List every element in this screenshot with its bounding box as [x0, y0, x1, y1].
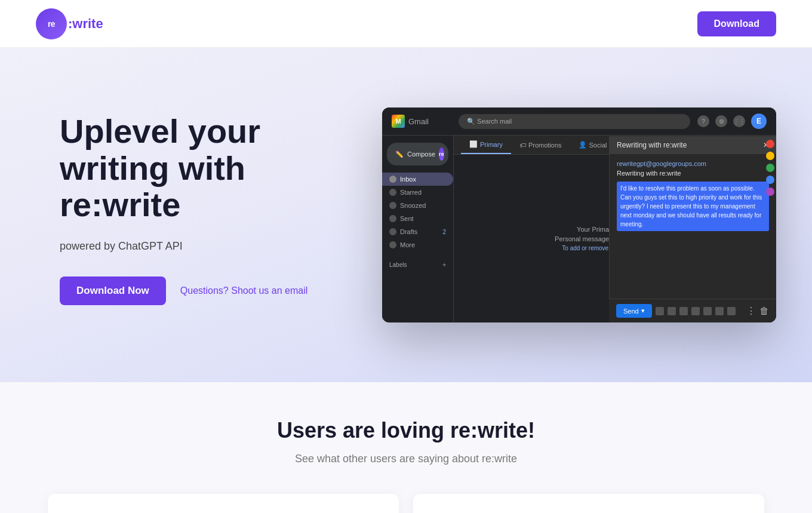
download-now-button[interactable]: Download Now [60, 277, 166, 305]
more-icon: ⋮ [746, 305, 756, 317]
gmail-grid-icon: ⋮⋮ [733, 115, 745, 127]
social-proof-section: Users are loving re:write! See what othe… [0, 382, 812, 513]
gmail-topbar: M Gmail 🔍 Search mail ? ⚙ ⋮⋮ E [382, 107, 776, 136]
gmail-m-icon: M [392, 115, 405, 128]
link-icon [668, 307, 676, 315]
gmail-screenshot: M Gmail 🔍 Search mail ? ⚙ ⋮⋮ E [382, 107, 776, 322]
photo-icon [703, 307, 712, 315]
hero-buttons: Download Now Questions? Shoot us an emai… [60, 277, 310, 305]
gmail-panel-subject: Rewriting with re:write [617, 170, 769, 177]
gmail-sidebar: Compose re Inbox Starred Snoozed [382, 136, 454, 322]
logo-wordmark: :write [68, 16, 103, 32]
signature-icon [727, 307, 736, 315]
gmail-footer: Send ▾ ⋮ 🗑 [609, 299, 776, 322]
logo-icon: re [36, 8, 67, 39]
hero-section: Uplevel your writing with re:write power… [0, 48, 812, 382]
testimonial-card-1: "Really like the convenience of accessin… [48, 494, 399, 513]
hero-subtitle: powered by ChatGPT API [60, 240, 310, 253]
attach-icon [656, 307, 664, 315]
social-subtitle: See what other users are saying about re… [48, 453, 764, 465]
logo: re :write [36, 8, 103, 39]
rewrite-badge: re [439, 148, 444, 161]
gmail-settings-icon: ⚙ [715, 115, 727, 127]
gmail-sent-item: Sent [382, 212, 453, 225]
gmail-search-bar: 🔍 Search mail [459, 114, 690, 129]
blue-dot [766, 176, 774, 184]
gmail-help-icon: ? [697, 115, 709, 127]
navbar: re :write Download [0, 0, 812, 48]
emoji-icon [679, 307, 688, 315]
gmail-panel-from: rewritegpt@googlegroups.com [617, 160, 769, 167]
red-dot [766, 140, 774, 148]
lock-icon [715, 307, 724, 315]
gmail-labels: Labels + [382, 259, 453, 271]
hero-content: Uplevel your writing with re:write power… [60, 113, 310, 305]
side-dots [764, 136, 776, 199]
gmail-promotions-tab: 🏷 Promotions [511, 136, 570, 154]
gmail-send-button[interactable]: Send ▾ [616, 304, 652, 318]
gmail-logo: M Gmail [392, 115, 451, 128]
green-dot [766, 164, 774, 172]
testimonials-grid: "Really like the convenience of accessin… [48, 494, 764, 513]
trash-icon: 🗑 [759, 306, 769, 317]
email-link[interactable]: Questions? Shoot us an email [180, 285, 307, 296]
purple-dot [766, 188, 774, 196]
gmail-more-item: More [382, 238, 453, 251]
gmail-snoozed-item: Snoozed [382, 199, 453, 212]
yellow-dot [766, 152, 774, 160]
compose-button: Compose re [387, 143, 448, 165]
gmail-primary-tab: ⬜ Primary [461, 136, 511, 154]
gmail-body: Compose re Inbox Starred Snoozed [382, 136, 776, 322]
gmail-inbox-item: Inbox [382, 173, 453, 186]
testimonial-card-2: "Extremely satisfied with re:write! It's… [413, 494, 764, 513]
gmail-icons-right: ? ⚙ ⋮⋮ E [697, 113, 767, 129]
gmail-label: Gmail [408, 117, 429, 126]
drive-icon [691, 307, 700, 315]
gmail-footer-icons [656, 307, 736, 315]
hero-title: Uplevel your writing with re:write [60, 113, 310, 223]
gmail-panel-header: Rewriting with re:write ✕ [610, 136, 776, 154]
gmail-drafts-item: Drafts 2 [382, 225, 453, 238]
gmail-panel-body: rewritegpt@googlegroups.com Rewriting wi… [610, 154, 776, 237]
gmail-starred-item: Starred [382, 186, 453, 199]
gmail-avatar: E [751, 113, 767, 129]
logo-re-text: re [48, 19, 55, 29]
gmail-highlighted-text: I'd like to resolve this problem as soon… [617, 182, 769, 231]
social-title: Users are loving re:write! [48, 418, 764, 443]
hero-image: M Gmail 🔍 Search mail ? ⚙ ⋮⋮ E [310, 96, 776, 322]
nav-download-button[interactable]: Download [697, 11, 776, 36]
gmail-rewrite-panel: Rewriting with re:write ✕ rewritegpt@goo… [609, 136, 776, 322]
